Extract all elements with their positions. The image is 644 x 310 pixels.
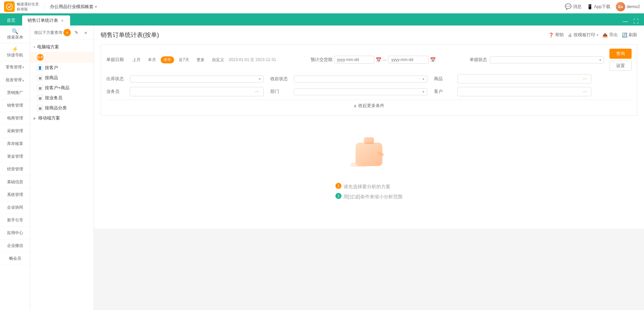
add-scheme-btn[interactable]: + (63, 29, 71, 36)
top-bar: 畅捷通好生意 标准版 办公用品行业模拟账套 ▾ 💬 消息 📱 App下载 Ea … (0, 0, 644, 13)
empty-tips: 1 请先选择要分析的方案 2 用[过滤]条件来缩小分析范围 (335, 183, 402, 203)
dept-label: 部门 (270, 89, 294, 95)
sidebar-item-purchase[interactable]: 采购管理 (0, 125, 30, 138)
sidebar-item-system[interactable]: 系统管理 (0, 189, 30, 201)
message-btn[interactable]: 💬 消息 (565, 3, 582, 10)
filter-row-1: 单据日期 上月 本月 本年 近7天 更多 自定义 2023-01-01 至 20… (106, 49, 632, 71)
sidebar-item-retail[interactable]: 零售管理 ▾ (0, 61, 30, 74)
refresh-btn[interactable]: 🔄 刷新 (622, 32, 637, 38)
sidebar-item-wholesale[interactable]: 批发管理 ▴ (0, 74, 30, 87)
sidebar-item-enterprise[interactable]: 企业协同 (0, 201, 30, 214)
sidebar-item-newbie[interactable]: 新手引导 (0, 214, 30, 227)
product-ellipsis-btn[interactable]: ··· (581, 76, 588, 82)
sidebar-item-basic-info[interactable]: 基础信息 (0, 176, 30, 189)
date-btn-custom[interactable]: 自定义 (209, 56, 227, 63)
print-btn[interactable]: 🖨 按模板打印 ▾ (568, 32, 598, 38)
pay-status-select[interactable]: ▾ (294, 75, 428, 83)
sidebar-item-ecommerce[interactable]: 电商管理 (0, 112, 30, 125)
print-dropdown-arrow-icon: ▾ (597, 33, 598, 37)
date-btn-this-year[interactable]: 本年 (161, 56, 174, 63)
date-btn-last-7days[interactable]: 近7天 (176, 56, 192, 63)
page-title: 销售订单统计表(按单) (101, 31, 159, 39)
help-btn[interactable]: ❓ 帮助 (548, 32, 564, 38)
logo-area: 畅捷通好生意 标准版 (4, 1, 39, 12)
customer-label: 客户 (434, 89, 458, 95)
collapse-bar[interactable]: ∧ 收起更多条件 (106, 100, 632, 111)
logo-icon (4, 1, 15, 12)
ship-status-select[interactable]: ▾ (130, 75, 264, 83)
app-download-btn[interactable]: 📱 App下载 (587, 4, 610, 10)
tree-item-by-product[interactable]: ▦ 按商品 (30, 73, 94, 83)
collapse-icon: ∧ (354, 103, 357, 108)
calendar-start-icon[interactable]: 📅 (376, 57, 381, 62)
sidebar-item-wechat[interactable]: 企业微信 (0, 240, 30, 252)
tree-item-by-customer-product[interactable]: ▦ 按客户+商品 (30, 83, 94, 93)
sidebar-item-inventory[interactable]: 库存核算 (0, 138, 30, 150)
tab-sales-order-stats[interactable]: 销售订单统计表 × (22, 15, 70, 25)
message-icon: 💬 (565, 3, 572, 10)
date-filter: 上月 本月 本年 近7天 更多 自定义 2023-01-01 至 2023-12… (130, 56, 311, 63)
date-separator: — (383, 57, 387, 62)
query-btns: 查询 设置 (609, 49, 632, 71)
tree-item-by-category[interactable]: ▦ 按商品分类 (30, 103, 94, 113)
user-menu[interactable]: Ea demo2 (616, 2, 640, 11)
bill-status-select[interactable]: ▾ (490, 56, 604, 63)
expected-date-start[interactable] (334, 56, 374, 64)
main-layout: 🔍 搜索菜单 ⚡ 快捷导航 零售管理 ▾ 批发管理 ▴ 营销推广 销售管理 电商… (0, 25, 644, 310)
sidebar-item-member[interactable]: 畅会员 (0, 252, 30, 265)
customer-icon: 👤 (37, 65, 43, 71)
empty-illustration (349, 136, 389, 176)
calendar-end-icon[interactable]: 📅 (430, 57, 436, 62)
maximize-icon[interactable]: ⛶ (632, 17, 640, 25)
sidebar-item-sales[interactable]: 销售管理 (0, 99, 30, 112)
salesperson-ellipsis-btn[interactable]: ··· (253, 89, 260, 95)
sidebar-item-app-center[interactable]: 应用中心 (0, 227, 30, 240)
export-btn[interactable]: 📤 导出 (602, 32, 618, 38)
sidebar-item-marketing[interactable]: 营销推广 (0, 87, 30, 99)
filter-row-2: 出库状态 ▾ 收款状态 ▾ 商品 ··· (106, 74, 632, 84)
query-btn[interactable]: 查询 (609, 49, 632, 59)
tab-bar-actions: — ⛶ (621, 17, 644, 25)
minimize-icon[interactable]: — (621, 17, 629, 25)
customer-ellipsis-btn[interactable]: ··· (581, 89, 588, 95)
orange-icon: 按单 (37, 54, 44, 61)
tab-home[interactable]: 首页 (1, 15, 21, 25)
product-field[interactable]: ··· (458, 74, 591, 84)
tab-close-icon[interactable]: × (60, 18, 65, 23)
chevron-up-icon: ▴ (22, 78, 24, 82)
pay-status-label: 收款状态 (270, 76, 294, 82)
customer-field[interactable]: ··· (458, 87, 591, 96)
left-panel-header: 按以下方案查询 + ✎ « (30, 25, 94, 40)
sidebar-item-finance[interactable]: 资金管理 (0, 150, 30, 163)
date-btn-more[interactable]: 更多 (194, 56, 207, 63)
empty-state: 1 请先选择要分析的方案 2 用[过滤]条件来缩小分析范围 (101, 116, 637, 223)
scheme-tree: ▾ 电脑端方案 按单 👤 按客户 ▦ 按商品 ▦ 按客户+商品 ▦ 按业务员 (30, 40, 94, 125)
avatar: Ea (616, 2, 625, 11)
sidebar-search-menu[interactable]: 🔍 搜索菜单 (0, 25, 30, 43)
dept-arrow-icon: ▾ (423, 90, 424, 94)
main-content: 销售订单统计表(按单) ❓ 帮助 🖨 按模板打印 ▾ 📤 导出 (94, 25, 644, 310)
edit-scheme-btn[interactable]: ✎ (73, 29, 80, 36)
dept-select[interactable]: ▾ (294, 88, 428, 95)
expected-date-end[interactable] (388, 56, 429, 64)
tree-item-by-bill[interactable]: 按单 (30, 52, 94, 63)
refresh-icon: 🔄 (622, 33, 627, 38)
left-panel: 按以下方案查询 + ✎ « ▾ 电脑端方案 按单 👤 按客户 ▦ 按商品 (30, 25, 94, 310)
bill-date-label: 单据日期 (106, 57, 130, 63)
date-btn-last-month[interactable]: 上月 (130, 56, 143, 63)
tree-item-by-customer[interactable]: 👤 按客户 (30, 63, 94, 73)
expected-date-wrap: 📅 — 📅 (334, 56, 470, 64)
sidebar-item-operations[interactable]: 经营管理 (0, 163, 30, 176)
setting-btn[interactable]: 设置 (609, 61, 632, 71)
sidebar-quick-nav[interactable]: ⚡ 快捷导航 (0, 43, 30, 61)
tree-mobile-group[interactable]: ▶ 移动端方案 (30, 113, 94, 123)
dropdown-arrow-icon: ▾ (95, 4, 97, 9)
tree-item-by-salesperson[interactable]: ▦ 按业务员 (30, 93, 94, 103)
collapse-panel-btn[interactable]: « (82, 29, 90, 36)
date-btn-this-month[interactable]: 本月 (145, 56, 159, 63)
top-bar-title[interactable]: 办公用品行业模拟账套 ▾ (50, 4, 97, 10)
salesperson-field[interactable]: ··· (130, 87, 264, 96)
tip-num-1: 1 (335, 183, 341, 189)
product-label: 商品 (434, 76, 458, 82)
tree-desktop-group: ▾ 电脑端方案 (30, 42, 94, 52)
